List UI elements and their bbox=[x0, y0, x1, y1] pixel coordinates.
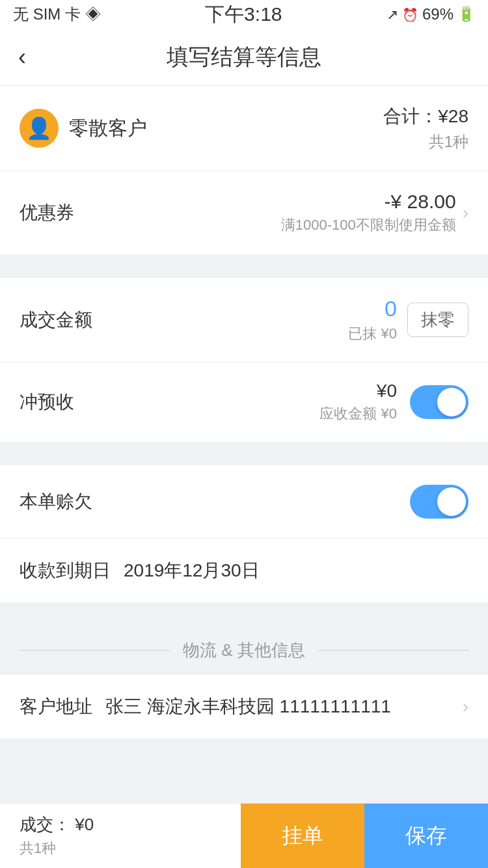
logistics-text: 物流 & 其他信息 bbox=[183, 639, 305, 662]
alarm-icon bbox=[402, 5, 418, 23]
avatar-icon: 👤 bbox=[26, 116, 52, 141]
status-left: 无 SIM 卡 ◈ bbox=[13, 4, 101, 25]
nav-bar: ‹ 填写结算等信息 bbox=[0, 29, 488, 86]
debit-toggle[interactable] bbox=[410, 485, 468, 519]
transaction-row: 成交金额 0 已抹 ¥0 抹零 bbox=[0, 278, 488, 362]
prepay-right: ¥0 应收金额 ¥0 bbox=[319, 381, 468, 424]
transaction-card: 成交金额 0 已抹 ¥0 抹零 冲预收 ¥0 应收金额 ¥0 bbox=[0, 278, 488, 442]
bottom-bar: 成交： ¥0 共1种 挂单 保存 bbox=[0, 803, 488, 868]
section-divider-3 bbox=[0, 614, 488, 626]
content: 👤 零散客户 合计：¥28 共1种 优惠券 -¥ 28.00 满1000-100… bbox=[0, 86, 488, 828]
logistics-divider-right bbox=[318, 650, 468, 651]
prepay-row: 冲预收 ¥0 应收金额 ¥0 bbox=[0, 362, 488, 442]
debit-card: 本单赊欠 收款到期日 2019年12月30日 bbox=[0, 465, 488, 603]
avatar: 👤 bbox=[20, 109, 59, 148]
address-value: 张三 海淀永丰科技园 11111111111 bbox=[105, 694, 463, 719]
debit-label: 本单赊欠 bbox=[20, 489, 92, 514]
total-amount: 合计：¥28 bbox=[383, 104, 468, 129]
prepay-sub: 应收金额 ¥0 bbox=[319, 404, 397, 424]
address-chevron-icon: › bbox=[463, 696, 468, 717]
coupon-label: 优惠券 bbox=[20, 200, 74, 225]
due-date-value: 2019年12月30日 bbox=[124, 558, 260, 583]
pend-button[interactable]: 挂单 bbox=[241, 804, 364, 868]
status-right: 69% 🔋 bbox=[386, 5, 475, 23]
section-divider-2 bbox=[0, 454, 488, 465]
bottom-summary-label: 成交： ¥0 bbox=[20, 813, 221, 836]
customer-row: 👤 零散客户 合计：¥28 共1种 bbox=[0, 86, 488, 170]
transaction-amount: 0 bbox=[348, 296, 397, 321]
customer-name: 零散客户 bbox=[69, 115, 147, 142]
logistics-section: 物流 & 其他信息 bbox=[0, 626, 488, 675]
location-icon bbox=[386, 5, 398, 23]
bottom-summary-count: 共1种 bbox=[20, 839, 221, 858]
chevron-right-icon: › bbox=[463, 202, 468, 223]
customer-card: 👤 零散客户 合计：¥28 共1种 优惠券 -¥ 28.00 满1000-100… bbox=[0, 86, 488, 254]
transaction-right: 0 已抹 ¥0 抹零 bbox=[348, 296, 468, 344]
back-button[interactable]: ‹ bbox=[18, 44, 26, 71]
save-button[interactable]: 保存 bbox=[364, 804, 488, 868]
battery-level: 69% bbox=[422, 5, 454, 23]
due-date-label: 收款到期日 bbox=[20, 558, 111, 583]
prepay-value-section: ¥0 应收金额 ¥0 bbox=[319, 381, 397, 424]
customer-right: 合计：¥28 共1种 bbox=[383, 104, 468, 152]
coupon-right: -¥ 28.00 满1000-100不限制使用金额 › bbox=[281, 191, 468, 235]
address-card: 客户地址 张三 海淀永丰科技园 11111111111 › bbox=[0, 675, 488, 739]
prepay-label: 冲预收 bbox=[20, 390, 74, 414]
prepay-amount: ¥0 bbox=[319, 381, 397, 401]
coupon-description: 满1000-100不限制使用金额 bbox=[281, 215, 456, 235]
coupon-row[interactable]: 优惠券 -¥ 28.00 满1000-100不限制使用金额 › bbox=[0, 170, 488, 254]
logistics-line: 物流 & 其他信息 bbox=[20, 639, 468, 662]
transaction-label: 成交金额 bbox=[20, 308, 92, 332]
coupon-value-section: -¥ 28.00 满1000-100不限制使用金额 bbox=[281, 191, 456, 235]
debit-row: 本单赊欠 bbox=[0, 465, 488, 538]
section-divider-1 bbox=[0, 266, 488, 278]
address-label: 客户地址 bbox=[20, 694, 92, 719]
logistics-divider-left bbox=[20, 650, 170, 651]
coupon-discount: -¥ 28.00 bbox=[281, 191, 456, 213]
address-row[interactable]: 客户地址 张三 海淀永丰科技园 11111111111 › bbox=[0, 675, 488, 739]
bottom-summary: 成交： ¥0 共1种 bbox=[0, 813, 241, 858]
total-count: 共1种 bbox=[383, 131, 468, 152]
customer-left: 👤 零散客户 bbox=[20, 109, 147, 148]
page-title: 填写结算等信息 bbox=[167, 42, 321, 72]
transaction-sub: 已抹 ¥0 bbox=[348, 324, 397, 344]
transaction-value-section: 0 已抹 ¥0 bbox=[348, 296, 397, 344]
sim-text: 无 SIM 卡 ◈ bbox=[13, 4, 101, 25]
debit-toggle-thumb bbox=[437, 487, 466, 516]
round-zero-button[interactable]: 抹零 bbox=[407, 303, 468, 337]
status-time: 下午3:18 bbox=[205, 1, 282, 28]
due-date-row: 收款到期日 2019年12月30日 bbox=[0, 538, 488, 603]
battery-icon: 🔋 bbox=[457, 6, 475, 23]
status-bar: 无 SIM 卡 ◈ 下午3:18 69% 🔋 bbox=[0, 0, 488, 29]
prepay-toggle[interactable] bbox=[410, 385, 468, 419]
toggle-thumb bbox=[437, 388, 466, 416]
